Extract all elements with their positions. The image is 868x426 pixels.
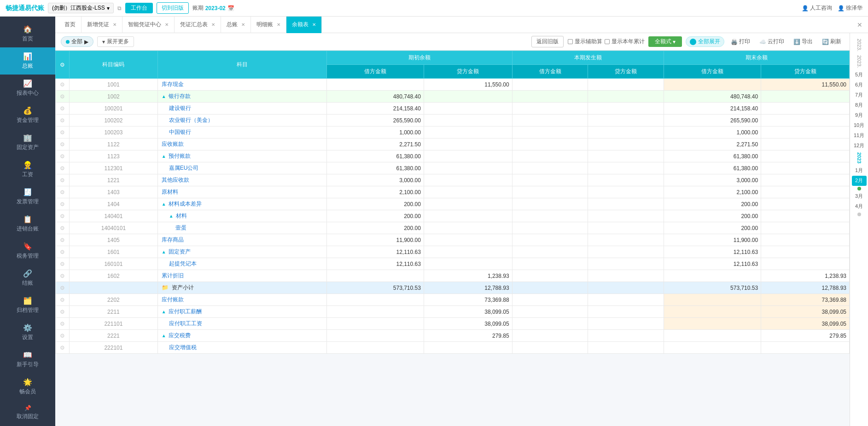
gear-cell[interactable]: ⚙ — [56, 294, 70, 306]
right-month-5[interactable]: 5月 — [852, 69, 867, 80]
row-name-link[interactable]: 库存现金 — [162, 81, 184, 87]
consult-button[interactable]: 👤 人工咨询 — [802, 4, 832, 12]
expand-row-icon[interactable]: ▲ — [162, 154, 166, 159]
right-month-1[interactable]: 1月 — [852, 166, 867, 176]
row-name-link[interactable]: 预付账款 — [169, 153, 191, 159]
gear-cell[interactable]: ⚙ — [56, 162, 70, 174]
gear-cell[interactable]: ⚙ — [56, 306, 70, 318]
row-name-link[interactable]: 累计折旧 — [162, 272, 184, 279]
gear-cell[interactable]: ⚙ — [56, 198, 70, 210]
row-name-link[interactable]: 原材料 — [162, 189, 178, 195]
row-name-link[interactable]: 农业银行（美金） — [169, 117, 213, 123]
tab-smart-voucher[interactable]: 智能凭证中心 ✕ — [122, 17, 175, 33]
export-button[interactable]: ⬇️ 导出 — [791, 37, 816, 46]
right-month-4[interactable]: 4月 — [852, 201, 867, 212]
expand-row-icon[interactable]: ▲ — [162, 249, 166, 254]
row-name-link[interactable]: 应付职工薪酬 — [169, 308, 202, 315]
sidebar-item-ledger[interactable]: 📊 总账 — [0, 47, 55, 75]
row-name-link[interactable]: 应付账款 — [162, 296, 184, 303]
show-ytd-checkbox-label[interactable]: 显示本年累计 — [604, 38, 645, 46]
row-name-link[interactable]: 中国银行 — [169, 129, 191, 135]
right-month-6[interactable]: 6月 — [852, 80, 867, 90]
show-ytd-checkbox[interactable] — [605, 39, 610, 44]
close-detail-ledger-icon[interactable]: ✕ — [277, 22, 280, 27]
sidebar-item-reports[interactable]: 📈 报表中心 — [0, 75, 55, 102]
expand-row-icon[interactable]: ▲ — [162, 333, 166, 338]
workbench-button[interactable]: 工作台 — [125, 3, 153, 13]
show-auxiliary-checkbox-label[interactable]: 显示辅助算 — [567, 38, 602, 46]
tab-new-voucher[interactable]: 新增凭证 ✕ — [82, 17, 122, 33]
sidebar-item-home[interactable]: 🏠 首页 — [0, 20, 55, 47]
tab-balance-sheet[interactable]: 余额表 ✕ — [286, 17, 322, 33]
gear-cell[interactable]: ⚙ — [56, 174, 70, 186]
row-name-link[interactable]: 应交税费 — [169, 332, 191, 339]
cloud-print-button[interactable]: ☁️ 云打印 — [757, 37, 787, 46]
user-button[interactable]: 👤 徐泽华 — [838, 4, 862, 12]
format-button[interactable]: 全额式 ▾ — [648, 36, 682, 47]
sidebar-item-member[interactable]: 🌟 畅会员 — [0, 373, 55, 400]
row-name-link[interactable]: 固定资产 — [169, 248, 191, 255]
expand-row-icon[interactable]: ▲ — [162, 309, 166, 314]
close-smart-voucher-icon[interactable]: ✕ — [165, 22, 169, 27]
row-name-link[interactable]: 应收账款 — [162, 141, 184, 147]
sidebar-item-sales[interactable]: 📋 进销台账 — [0, 210, 55, 237]
expand-row-icon[interactable]: ▲ — [169, 213, 174, 219]
calendar-icon[interactable]: 📅 — [227, 5, 234, 12]
gear-cell[interactable]: ⚙ — [56, 222, 70, 234]
row-name-link[interactable]: 库存商品 — [162, 236, 184, 243]
company-selector[interactable]: (勿删）江西股金-LSS ▾ — [48, 3, 114, 13]
tab-general-ledger[interactable]: 总账 ✕ — [221, 17, 251, 33]
gear-cell[interactable]: ⚙ — [56, 103, 70, 115]
close-all-tabs-button[interactable]: ✕ — [855, 19, 864, 30]
gear-cell[interactable]: ⚙ — [56, 115, 70, 127]
gear-cell[interactable]: ⚙ — [56, 246, 70, 258]
sidebar-item-unpin[interactable]: 📌 取消固定 — [0, 400, 55, 425]
row-name-link[interactable]: 嘉属EU公司 — [169, 165, 199, 171]
gear-cell[interactable]: ⚙ — [56, 79, 70, 91]
gear-cell[interactable]: ⚙ — [56, 342, 70, 354]
print-button[interactable]: 🖨️ 打印 — [728, 37, 753, 46]
gear-cell[interactable]: ⚙ — [56, 186, 70, 198]
gear-cell[interactable]: ⚙ — [56, 138, 70, 150]
tab-home[interactable]: 首页 — [59, 17, 82, 33]
close-new-voucher-icon[interactable]: ✕ — [113, 22, 117, 27]
gear-cell[interactable]: ⚙ — [56, 270, 70, 282]
expand-row-icon[interactable]: ▲ — [162, 201, 166, 207]
right-month-10[interactable]: 10月 — [852, 120, 867, 130]
row-name-link[interactable]: 其他应收款 — [162, 177, 189, 183]
gear-cell[interactable]: ⚙ — [56, 210, 70, 222]
expand-row-icon[interactable]: ▲ — [162, 94, 166, 99]
close-balance-sheet-icon[interactable]: ✕ — [312, 22, 316, 27]
gear-cell[interactable]: ⚙ — [56, 234, 70, 246]
close-general-ledger-icon[interactable]: ✕ — [241, 22, 245, 27]
row-name-link[interactable]: 应付职工工资 — [169, 320, 202, 327]
row-name-link[interactable]: 建设银行 — [169, 105, 191, 111]
expand-more-button[interactable]: ▾ 展开更多 — [97, 36, 134, 47]
filter-all-button[interactable]: 全部 ▶ — [61, 36, 93, 47]
show-auxiliary-checkbox[interactable] — [568, 39, 573, 44]
row-name-link[interactable]: 应交增值税 — [169, 344, 197, 351]
gear-cell[interactable]: ⚙ — [56, 127, 70, 138]
gear-cell[interactable]: ⚙ — [56, 258, 70, 270]
sidebar-item-assets[interactable]: 🏢 固定资产 — [0, 129, 55, 156]
sidebar-item-settings[interactable]: ⚙️ 设置 — [0, 319, 55, 346]
sidebar-item-tax[interactable]: 🔖 税务管理 — [0, 237, 55, 265]
sidebar-item-newbie[interactable]: 📖 新手引导 — [0, 346, 55, 373]
sidebar-item-close[interactable]: 🔗 结账 — [0, 265, 55, 292]
tab-voucher-summary[interactable]: 凭证汇总表 ✕ — [175, 17, 221, 33]
gear-cell[interactable]: ⚙ — [56, 282, 70, 294]
row-name-link[interactable]: 材料 — [176, 213, 187, 219]
gear-cell[interactable]: ⚙ — [56, 150, 70, 162]
copy-icon[interactable]: ⧉ — [117, 5, 122, 12]
right-month-3[interactable]: 3月 — [852, 191, 867, 201]
row-name-link[interactable]: 起提凭记本 — [169, 260, 197, 267]
right-month-12[interactable]: 12月 — [852, 140, 867, 150]
gear-cell[interactable]: ⚙ — [56, 91, 70, 103]
right-month-11[interactable]: 11月 — [852, 130, 867, 140]
sidebar-item-archive[interactable]: 🗂️ 归档管理 — [0, 292, 55, 319]
tab-detail-ledger[interactable]: 明细账 ✕ — [251, 17, 286, 33]
gear-cell[interactable]: ⚙ — [56, 330, 70, 342]
right-month-2[interactable]: 2月 — [852, 176, 867, 186]
right-month-9[interactable]: 9月 — [852, 110, 867, 120]
gear-cell[interactable]: ⚙ — [56, 318, 70, 330]
